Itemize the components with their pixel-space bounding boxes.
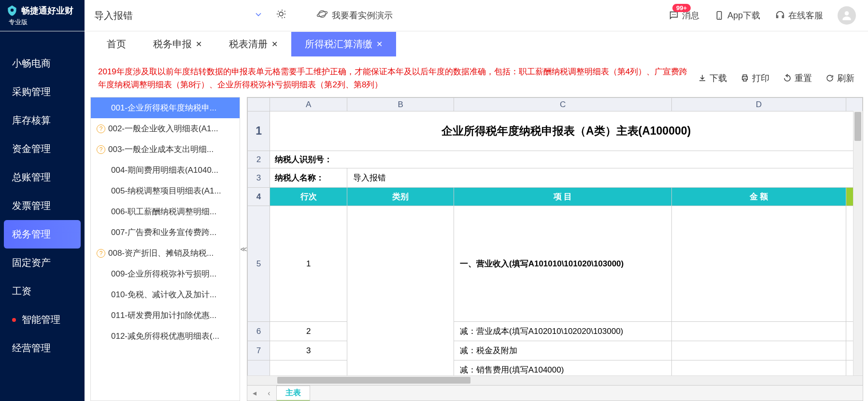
cell-5a[interactable]: 1 [270, 206, 347, 322]
sidebar-item-0[interactable]: 小畅电商 [0, 49, 85, 78]
scrollbar-horizontal[interactable] [247, 375, 863, 385]
sheet-title[interactable]: 企业所得税年度纳税申报表（A类）主表(A100000) [270, 111, 863, 151]
reset-icon [783, 74, 792, 83]
taxpayer-name-value[interactable]: 导入报错 [347, 168, 863, 188]
sidebar-item-9[interactable]: 智能管理 [0, 305, 85, 334]
tab-declare[interactable]: 税务申报✕ [140, 32, 215, 56]
svg-point-7 [719, 18, 720, 19]
tab-home[interactable]: 首页 [93, 32, 140, 56]
form-item-1[interactable]: ?002-一般企业收入明细表(A1... [91, 118, 240, 139]
cell-6c[interactable]: 减：营业成本(填写A102010\102020\103000) [454, 322, 671, 341]
sidebar-item-8[interactable]: 工资 [0, 277, 85, 305]
cell-7a[interactable]: 3 [270, 341, 347, 360]
form-item-0[interactable]: 001-企业所得税年度纳税申... [91, 97, 240, 118]
form-item-7[interactable]: ?008-资产折旧、摊销及纳税... [91, 243, 240, 263]
close-icon[interactable]: ✕ [271, 40, 278, 49]
close-icon[interactable]: ✕ [376, 40, 383, 49]
form-item-9[interactable]: 010-免税、减计收入及加计... [91, 284, 240, 305]
cell-cat[interactable] [347, 206, 454, 375]
cell-6d[interactable] [672, 322, 846, 341]
brand-icon [6, 4, 18, 17]
col-head-b[interactable]: B [347, 98, 454, 111]
col-head-e[interactable] [846, 98, 862, 111]
col-head-c[interactable]: C [454, 98, 671, 111]
sheet-nav-first[interactable]: ◂ [247, 388, 262, 398]
question-icon: ? [97, 124, 105, 133]
row-head-4[interactable]: 4 [248, 188, 270, 206]
logo-area: 畅捷通好业财 专业版 [0, 0, 85, 31]
form-item-8[interactable]: 009-企业所得税弥补亏损明... [91, 263, 240, 284]
sidebar-item-6[interactable]: 税务管理 [4, 220, 81, 249]
row-head-1[interactable]: 1 [248, 111, 270, 151]
sheet-nav-prev[interactable]: ‹ [262, 389, 276, 398]
col-head-d[interactable]: D [672, 98, 846, 111]
cell-8c[interactable]: 减：销售费用(填写A104000) [454, 360, 671, 375]
print-button[interactable]: 打印 [740, 72, 769, 84]
headset-icon [775, 10, 785, 21]
collapse-handle[interactable]: ≪ [240, 97, 247, 401]
gear-icon[interactable] [275, 8, 287, 23]
sidebar-item-10[interactable]: 经营管理 [0, 334, 85, 362]
row-head-7[interactable]: 7 [248, 341, 270, 360]
demo-link[interactable]: 我要看实例演示 [316, 8, 393, 23]
svg-point-0 [11, 9, 14, 12]
message-badge: 99+ [672, 4, 691, 12]
sidebar-item-5[interactable]: 发票管理 [0, 192, 85, 220]
col-head-a[interactable]: A [270, 98, 347, 111]
hdr-amt[interactable]: 金 额 [672, 188, 846, 206]
download-button[interactable]: 下载 [698, 72, 727, 84]
product-name: 畅捷通好业财 [21, 5, 73, 16]
scrollbar-vertical[interactable] [853, 111, 863, 375]
form-item-4[interactable]: 005-纳税调整项目明细表(A1... [91, 180, 240, 201]
cell-5d[interactable] [672, 206, 846, 322]
taxpayer-id-label[interactable]: 纳税人识别号： [270, 151, 863, 168]
avatar[interactable] [838, 6, 856, 25]
form-item-11[interactable]: 012-减免所得税优惠明细表(... [91, 326, 240, 346]
sidebar-item-4[interactable]: 总账管理 [0, 163, 85, 192]
planet-icon [316, 8, 328, 23]
chevron-down-icon[interactable] [254, 10, 263, 22]
sheet-tab[interactable]: 主表 [276, 386, 310, 401]
row-head-6[interactable]: 6 [248, 322, 270, 341]
tab-settlement[interactable]: 所得税汇算清缴✕ [291, 32, 396, 56]
reset-button[interactable]: 重置 [783, 72, 812, 84]
sidebar-item-3[interactable]: 资金管理 [0, 135, 85, 163]
download-icon [698, 74, 707, 83]
hdr-cat[interactable]: 类别 [347, 188, 454, 206]
cell-8d[interactable] [672, 360, 846, 375]
cell-5c[interactable]: 一、营业收入(填写A101010\101020\103000) [454, 206, 671, 322]
online-service-button[interactable]: 在线客服 [775, 10, 823, 21]
svg-point-8 [845, 11, 849, 15]
close-icon[interactable]: ✕ [196, 40, 202, 49]
cell-7c[interactable]: 减：税金及附加 [454, 341, 671, 360]
row-head-5[interactable]: 5 [248, 206, 270, 322]
refresh-button[interactable]: 刷新 [825, 72, 854, 84]
cell-6a[interactable]: 2 [270, 322, 347, 341]
svg-point-4 [673, 14, 674, 15]
sidebar-item-1[interactable]: 采购管理 [0, 78, 85, 106]
demo-link-label: 我要看实例演示 [332, 10, 393, 21]
svg-point-2 [316, 10, 327, 17]
form-item-10[interactable]: 011-研发费用加计扣除优惠... [91, 305, 240, 326]
hdr-line[interactable]: 行次 [270, 188, 347, 206]
sheet-corner[interactable] [248, 98, 270, 111]
hdr-item[interactable]: 项 目 [454, 188, 671, 206]
cell-8a[interactable] [270, 360, 347, 375]
sidebar-item-truncated[interactable] [0, 34, 85, 49]
search-input[interactable] [94, 10, 249, 21]
tab-register[interactable]: 税表清册✕ [215, 32, 291, 56]
form-item-6[interactable]: 007-广告费和业务宣传费跨... [91, 222, 240, 243]
form-item-2[interactable]: ?003-一般企业成本支出明细... [91, 139, 240, 160]
taxpayer-name-label[interactable]: 纳税人名称： [270, 168, 347, 188]
sidebar-item-2[interactable]: 库存核算 [0, 106, 85, 135]
cell-7d[interactable] [672, 341, 846, 360]
row-head-3[interactable]: 3 [248, 168, 270, 188]
red-dot-icon [12, 318, 16, 322]
form-item-3[interactable]: 004-期间费用明细表(A1040... [91, 160, 240, 180]
sidebar-item-7[interactable]: 固定资产 [0, 249, 85, 277]
message-button[interactable]: 99+ 消息 [669, 10, 699, 21]
row-head-8[interactable] [248, 360, 270, 375]
row-head-2[interactable]: 2 [248, 151, 270, 168]
app-download-button[interactable]: App下载 [714, 10, 760, 21]
form-item-5[interactable]: 006-职工薪酬纳税调整明细... [91, 201, 240, 222]
